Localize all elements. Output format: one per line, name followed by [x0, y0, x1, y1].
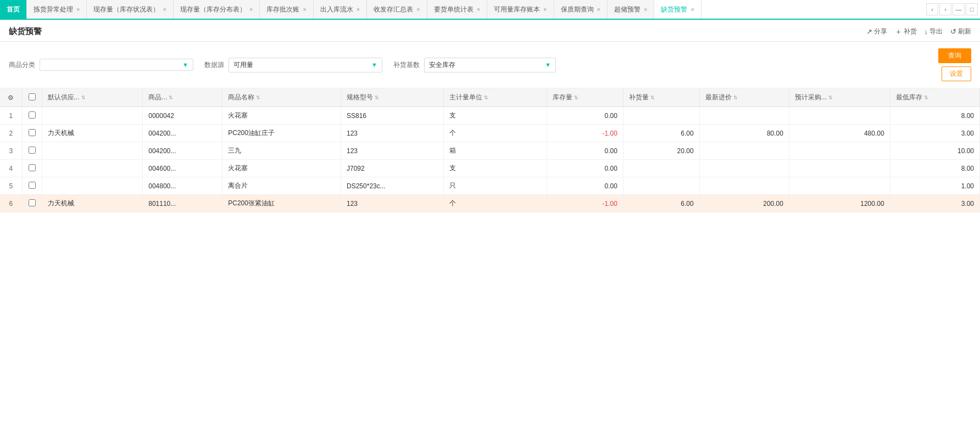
gear-header-icon[interactable]: ⚙ — [8, 94, 14, 102]
data-table: ⚙ 默认供应... ⇅ 商品... ⇅ — [0, 88, 980, 212]
cell-unit: 支 — [444, 107, 547, 125]
category-label: 商品分类 — [9, 60, 35, 70]
cell-supplier — [42, 142, 143, 160]
cell-min-stock: 3.00 — [890, 125, 979, 142]
datasource-arrow-icon: ▼ — [371, 61, 377, 68]
th-stock[interactable]: 库存量 ⇅ — [547, 88, 623, 107]
restock-button[interactable]: ＋ 补货 — [895, 27, 917, 37]
settings-button[interactable]: 设置 — [942, 66, 971, 81]
tab-scroll-right[interactable]: › — [939, 3, 951, 15]
tab-abnormal[interactable]: 拣货异常处理× — [27, 0, 87, 19]
tab-available-ledger[interactable]: 可用量库存账本× — [487, 0, 554, 19]
cell-supplier — [42, 177, 143, 195]
cell-restock-qty: 6.00 — [623, 195, 699, 212]
est-purchase-sort-icon: ⇅ — [828, 95, 833, 100]
main-content: 缺货预警 ↗ 分享 ＋ 补货 ↓ 导出 ↺ 刷新 商品分类 — [0, 20, 980, 437]
row-checkbox[interactable] — [29, 164, 36, 171]
th-latest-price[interactable]: 最新进价 ⇅ — [699, 88, 789, 107]
cell-est-purchase — [789, 107, 890, 125]
tab-order-stats[interactable]: 要货单统计表× — [427, 0, 487, 19]
row-checkbox[interactable] — [29, 199, 36, 206]
cell-product-name: 火花塞 — [222, 107, 341, 125]
tab-shortage[interactable]: 缺货预警× — [654, 0, 701, 19]
cell-product-code: 004200... — [143, 125, 222, 142]
cell-stock: -1.00 — [547, 195, 623, 212]
cell-min-stock: 8.00 — [890, 160, 979, 177]
th-unit[interactable]: 主计量单位 ⇅ — [444, 88, 547, 107]
tab-close-batch-account[interactable]: × — [303, 6, 306, 13]
th-min-stock[interactable]: 最低库存 ⇅ — [890, 88, 979, 107]
cell-restock-qty — [623, 160, 699, 177]
cell-min-stock: 1.00 — [890, 177, 979, 195]
th-gear[interactable]: ⚙ — [0, 88, 22, 107]
export-icon: ↓ — [925, 27, 928, 36]
th-product-name[interactable]: 商品名称 ⇅ — [222, 88, 341, 107]
tab-close-shortage[interactable]: × — [691, 6, 694, 13]
cell-restock-qty — [623, 177, 699, 195]
query-button[interactable]: 查询 — [938, 48, 971, 63]
tab-minimize[interactable]: — — [953, 3, 965, 15]
tab-bar: 首页拣货异常处理×现存量（库存状况表）×现存量（库存分布表）×库存批次账×出入库… — [0, 0, 980, 20]
datasource-select[interactable]: 可用量 ▼ — [229, 58, 382, 72]
th-supplier[interactable]: 默认供应... ⇅ — [42, 88, 143, 107]
restock-base-arrow-icon: ▼ — [545, 61, 551, 68]
tab-close-collect-summary[interactable]: × — [416, 6, 420, 13]
table-row: 2力天机械004200...PC200油缸庄子123个-1.006.0080.0… — [0, 125, 980, 142]
product-name-sort-icon: ⇅ — [256, 95, 260, 100]
tab-inventory-dist[interactable]: 现存量（库存分布表）× — [174, 0, 260, 19]
th-restock-qty[interactable]: 补货量 ⇅ — [623, 88, 699, 107]
tab-close-abnormal[interactable]: × — [76, 6, 80, 13]
row-checkbox[interactable] — [29, 182, 36, 189]
cell-checkbox — [22, 107, 42, 125]
tab-close-available-ledger[interactable]: × — [543, 6, 547, 13]
cell-restock-qty: 20.00 — [623, 142, 699, 160]
cell-checkbox — [22, 125, 42, 142]
cell-product-code: 004600... — [143, 160, 222, 177]
cell-est-purchase — [789, 177, 890, 195]
unit-sort-icon: ⇅ — [484, 95, 488, 100]
cell-unit: 箱 — [444, 142, 547, 160]
tab-overstock[interactable]: 超储预警× — [608, 0, 654, 19]
row-checkbox[interactable] — [29, 111, 36, 119]
tab-inout-flow[interactable]: 出入库流水× — [314, 0, 367, 19]
row-checkbox[interactable] — [29, 147, 36, 154]
tab-close-inventory-status[interactable]: × — [163, 6, 166, 13]
tab-close-inventory-dist[interactable]: × — [249, 6, 253, 13]
cell-product-name: 离合片 — [222, 177, 341, 195]
tab-inventory-status[interactable]: 现存量（库存状况表）× — [87, 0, 173, 19]
category-select[interactable]: ▼ — [40, 59, 193, 71]
cell-est-purchase — [789, 160, 890, 177]
cell-latest-price — [699, 142, 789, 160]
row-checkbox[interactable] — [29, 129, 36, 136]
tab-scroll-left[interactable]: ‹ — [926, 3, 938, 15]
tab-batch-account[interactable]: 库存批次账× — [260, 0, 313, 19]
tab-nav-controls: ‹ › — □ — [924, 3, 980, 15]
tab-home[interactable]: 首页 — [0, 0, 27, 19]
tab-maximize[interactable]: □ — [966, 3, 978, 15]
cell-latest-price: 80.00 — [699, 125, 789, 142]
table-row: 3004200...三九123箱0.0020.0010.00 — [0, 142, 980, 160]
tab-close-expiry-query[interactable]: × — [597, 6, 600, 13]
cell-num: 6 — [0, 195, 22, 212]
cell-checkbox — [22, 177, 42, 195]
table-row: 6力天机械801110...PC200张紧油缸123个-1.006.00200.… — [0, 195, 980, 212]
tab-close-overstock[interactable]: × — [644, 6, 647, 13]
cell-supplier: 力天机械 — [42, 195, 143, 212]
select-all-checkbox[interactable] — [29, 93, 36, 100]
tab-collect-summary[interactable]: 收发存汇总表× — [367, 0, 427, 19]
cell-num: 3 — [0, 142, 22, 160]
share-button[interactable]: ↗ 分享 — [866, 27, 887, 36]
cell-num: 2 — [0, 125, 22, 142]
cell-unit: 个 — [444, 125, 547, 142]
cell-checkbox — [22, 160, 42, 177]
restock-base-select[interactable]: 安全库存 ▼ — [424, 58, 556, 72]
tab-expiry-query[interactable]: 保质期查询× — [554, 0, 608, 19]
th-product-code[interactable]: 商品... ⇅ — [143, 88, 222, 107]
tab-close-inout-flow[interactable]: × — [357, 6, 360, 13]
tab-close-order-stats[interactable]: × — [477, 6, 480, 13]
refresh-button[interactable]: ↺ 刷新 — [950, 27, 971, 36]
th-est-purchase[interactable]: 预计采购... ⇅ — [789, 88, 890, 107]
cell-product-code: 0000042 — [143, 107, 222, 125]
export-button[interactable]: ↓ 导出 — [925, 27, 943, 36]
th-spec[interactable]: 规格型号 ⇅ — [341, 88, 444, 107]
